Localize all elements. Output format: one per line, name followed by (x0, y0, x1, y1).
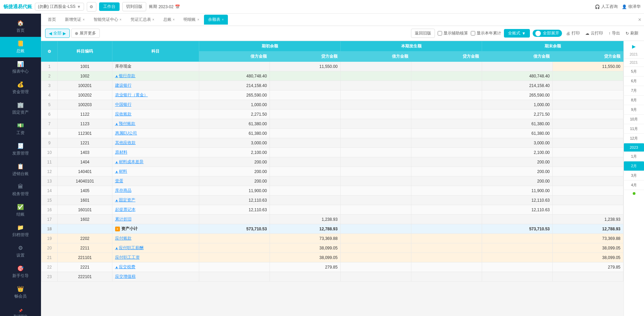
export-button[interactable]: ↑ 导出 (607, 30, 621, 36)
row-cb-debit[interactable]: 61,380.00 (482, 119, 553, 129)
tab-general-ledger[interactable]: 总账 × (159, 15, 179, 25)
sidebar-item-home[interactable]: 🏠 首页 (0, 16, 41, 37)
expand-row-icon[interactable]: ▲ (115, 122, 119, 126)
sidebar-item-invoice[interactable]: 🧾 发票管理 (0, 139, 41, 160)
period-nav-dec[interactable]: 12月 (624, 134, 644, 143)
tab-balance-sheet[interactable]: 余额表 × (204, 15, 228, 25)
row-cb-credit[interactable]: 12,788.93 (552, 224, 623, 234)
period-nav-aug[interactable]: 8月 (624, 96, 644, 105)
row-cb-credit[interactable]: 11,550.00 (552, 62, 623, 71)
expand-all-toggle[interactable]: 全部展开 (533, 30, 562, 37)
row-cb-debit[interactable]: 1,000.00 (482, 100, 553, 110)
row-cb-credit[interactable]: 38,099.05 (552, 243, 623, 253)
sidebar-item-tax[interactable]: 🏛 税务管理 (0, 180, 41, 200)
row-cb-credit[interactable]: 279.85 (552, 262, 623, 272)
consult-button[interactable]: 🎧 人工咨询 (595, 4, 618, 10)
company-selector[interactable]: (勿删) 江西股金-LSS ▼ (35, 3, 84, 11)
filter-all-button[interactable]: ◀ 全部 ▶ (45, 29, 70, 38)
row-name[interactable]: ▲材料 (112, 167, 199, 176)
sidebar-item-guide[interactable]: 🎯 新手引导 (0, 262, 41, 282)
row-ob-credit[interactable]: 38,099.05 (270, 243, 341, 253)
row-cb-credit[interactable]: 38,099.05 (552, 253, 623, 262)
row-cb-debit[interactable]: 480,748.40 (482, 71, 553, 81)
row-name[interactable]: 原材料 (112, 148, 199, 157)
period-nav-nov[interactable]: 11月 (624, 124, 644, 134)
row-cb-debit[interactable]: 200.00 (482, 157, 553, 167)
sidebar-item-payroll[interactable]: 💵 工资 (0, 119, 41, 139)
sidebar-item-purchases[interactable]: 📋 进销台账 (0, 160, 41, 180)
sidebar-item-archive[interactable]: 📁 归档管理 (0, 221, 41, 241)
show-ytd-checkbox-group[interactable]: 显示本年累计 (471, 30, 501, 36)
expand-row-icon[interactable]: ▲ (115, 74, 119, 78)
row-ob-debit[interactable]: 12,110.63 (199, 196, 270, 205)
row-name[interactable]: 起提票记本 (112, 205, 199, 215)
row-cb-debit[interactable]: 12,110.63 (482, 205, 553, 215)
workbench-button[interactable]: 工作台 (99, 2, 120, 11)
row-cb-debit[interactable]: 3,000.00 (482, 138, 553, 148)
tab-voucher-summary[interactable]: 凭证汇总表 × (126, 15, 159, 25)
row-ob-debit[interactable]: 265,590.00 (199, 90, 270, 100)
tab-smart-voucher[interactable]: 智能凭证中心 × (90, 15, 126, 25)
row-cb-debit[interactable]: 2,100.00 (482, 148, 553, 157)
period-nav-may[interactable]: 5月 (624, 67, 644, 76)
show-aux-checkbox[interactable] (438, 31, 442, 35)
row-name[interactable]: ▲应交税费 (112, 262, 199, 272)
row-ob-credit[interactable]: 73,369.88 (270, 234, 341, 243)
row-name[interactable]: 其他应收款 (112, 138, 199, 148)
row-ob-debit[interactable]: 11,900.00 (199, 186, 270, 196)
period-nav-apr[interactable]: 4月 (624, 181, 644, 190)
sidebar-item-settings[interactable]: ⚙ 设置 (0, 241, 41, 262)
period-nav-feb[interactable]: 2月 (624, 161, 644, 171)
row-name[interactable]: 库存商品 (112, 186, 199, 196)
row-cb-debit[interactable]: 61,380.00 (482, 129, 553, 138)
tab-general-ledger-close[interactable]: × (173, 18, 175, 21)
show-aux-checkbox-group[interactable]: 显示辅助核算 (438, 30, 468, 36)
period-nav-sep[interactable]: 9月 (624, 105, 644, 115)
row-ob-debit[interactable]: 200.00 (199, 176, 270, 186)
row-cb-debit[interactable]: 214,158.40 (482, 81, 553, 90)
show-ytd-checkbox[interactable] (471, 31, 475, 35)
switch-version-button[interactable]: 切到旧版 (122, 2, 146, 11)
period-nav-july[interactable]: 7月 (624, 86, 644, 96)
sidebar-item-ledger[interactable]: 📒 总账 (0, 37, 41, 57)
period-nav-jan[interactable]: 1月 (624, 152, 644, 161)
row-name[interactable]: 惠属EU公司 (112, 129, 199, 138)
row-name[interactable]: 壹蛋 (112, 176, 199, 186)
row-ob-debit[interactable]: 61,380.00 (199, 119, 270, 129)
row-name[interactable]: 累计折旧 (112, 215, 199, 224)
row-ob-debit[interactable]: 2,100.00 (199, 148, 270, 157)
tab-detail-ledger-close[interactable]: × (197, 18, 199, 21)
user-profile[interactable]: 👤 徐泽华 (622, 4, 641, 10)
sidebar-item-assets[interactable]: 🏢 固定资产 (0, 98, 41, 119)
sidebar-item-reports[interactable]: 📊 报表中心 (0, 57, 41, 78)
right-panel-toggle[interactable]: ▶ (631, 42, 637, 51)
row-ob-debit[interactable]: 61,380.00 (199, 129, 270, 138)
tab-home[interactable]: 首页 (44, 15, 60, 25)
sidebar-item-member[interactable]: 👑 畅会员 (0, 282, 41, 303)
row-name[interactable]: 应交增值税 (112, 272, 199, 282)
expand-row-icon[interactable]: ▲ (115, 198, 119, 202)
period-nav-june[interactable]: 6月 (624, 76, 644, 86)
row-cb-debit[interactable]: 200.00 (482, 176, 553, 186)
tab-detail-ledger[interactable]: 明细账 × (179, 15, 203, 25)
row-cb-debit[interactable]: 573,710.53 (482, 224, 553, 234)
expand-row-icon[interactable]: ▲ (115, 246, 119, 250)
print-button[interactable]: 🖨 打印 (565, 30, 581, 36)
tab-new-voucher-close[interactable]: × (83, 18, 85, 21)
tab-balance-sheet-close[interactable]: × (222, 18, 224, 21)
company-settings-icon[interactable]: ⚙ (87, 2, 96, 12)
row-cb-debit[interactable]: 2,271.50 (482, 110, 553, 119)
row-ob-debit[interactable]: 12,110.63 (199, 205, 270, 215)
row-name[interactable]: ▲材料成本差异 (112, 157, 199, 167)
row-name[interactable]: 建设银行 (112, 81, 199, 90)
tab-new-voucher[interactable]: 新增凭证 × (61, 15, 89, 25)
row-ob-debit[interactable]: 1,000.00 (199, 100, 270, 110)
row-cb-debit[interactable]: 265,590.00 (482, 90, 553, 100)
row-ob-debit[interactable]: 214,158.40 (199, 81, 270, 90)
row-cb-debit[interactable]: 12,110.63 (482, 196, 553, 205)
row-ob-credit[interactable]: 279.85 (270, 262, 341, 272)
row-name[interactable]: 应付职工工资 (112, 253, 199, 262)
expand-row-icon[interactable]: ▲ (115, 265, 119, 269)
row-name[interactable]: 中国银行 (112, 100, 199, 110)
row-name[interactable]: 农业银行（黄金） (112, 90, 199, 100)
